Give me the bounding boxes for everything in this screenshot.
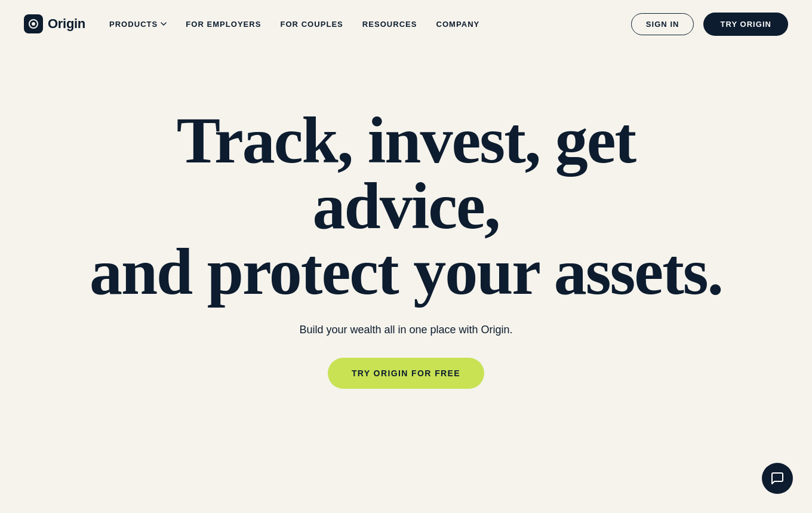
hero-headline: Track, invest, get advice, and protect y…: [78, 107, 734, 305]
sign-in-button[interactable]: SIGN IN: [631, 13, 694, 35]
company-link[interactable]: COMPANY: [436, 20, 480, 29]
logo-icon: [24, 14, 43, 33]
headline-line2: and protect your assets.: [90, 235, 722, 308]
svg-point-2: [32, 22, 35, 26]
headline-line1: Track, invest, get advice,: [177, 104, 635, 242]
cta-button[interactable]: TRY ORIGIN FOR FREE: [328, 358, 484, 389]
logo-text: Origin: [48, 16, 85, 32]
nav-right: SIGN IN TRY ORIGIN: [631, 13, 788, 36]
nav-item-company[interactable]: COMPANY: [436, 19, 480, 29]
for-couples-link[interactable]: FOR COUPLES: [280, 20, 343, 29]
nav-item-products[interactable]: PRODUCTS: [109, 20, 167, 29]
chat-icon: [770, 471, 785, 486]
products-link[interactable]: PRODUCTS: [109, 20, 167, 29]
chat-bubble-button[interactable]: [762, 463, 793, 494]
chevron-down-icon: [161, 22, 167, 26]
nav-left: Origin PRODUCTS FOR EMPLOYERS FOR COUPLE…: [24, 14, 479, 33]
products-label: PRODUCTS: [109, 20, 158, 29]
nav-links: PRODUCTS FOR EMPLOYERS FOR COUPLES RESOU…: [109, 19, 479, 29]
for-employers-link[interactable]: FOR EMPLOYERS: [186, 20, 261, 29]
logo-link[interactable]: Origin: [24, 14, 85, 33]
navbar: Origin PRODUCTS FOR EMPLOYERS FOR COUPLE…: [0, 0, 812, 48]
resources-link[interactable]: RESOURCES: [362, 20, 417, 29]
nav-item-couples[interactable]: FOR COUPLES: [280, 19, 343, 29]
nav-item-employers[interactable]: FOR EMPLOYERS: [186, 19, 261, 29]
try-origin-button[interactable]: TRY ORIGIN: [703, 13, 788, 36]
hero-subtext: Build your wealth all in one place with …: [299, 324, 512, 336]
hero-section: Track, invest, get advice, and protect y…: [0, 48, 812, 513]
nav-item-resources[interactable]: RESOURCES: [362, 19, 417, 29]
